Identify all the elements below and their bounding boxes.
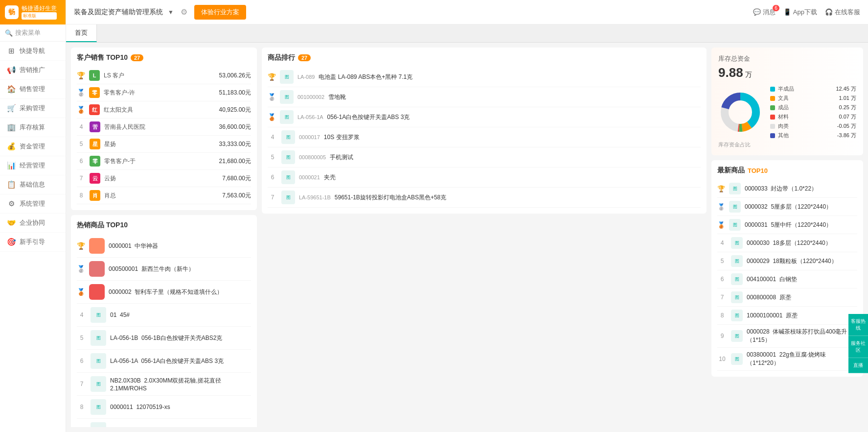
sidebar-item-inventory[interactable]: 🏢库存核算 [0,118,66,137]
main-area: 装备及固定资产辅助管理系统 ▼ ⚙ 体验行业方案 💬 消息 6 📱 App下载 … [66,0,868,432]
customer-rank-item: 🥈 零 零售客户-许 51,183.00元 [77,84,251,101]
search-menu[interactable]: 🔍 搜索菜单 [0,24,66,42]
new-product-item: 4 图 0000030 18多层（1220*2440） [717,234,857,252]
product-name: 雪地靴 [328,93,346,101]
new-product-item: 7 图 000800008 原垄 [717,288,857,307]
product-name: 10S 变扭罗浆 [324,133,360,142]
product-image [89,238,105,254]
product-image: 图 [91,399,106,415]
customer-name: 肖总 [104,192,218,200]
rank-number: 9 [77,427,87,427]
legend-dot [770,96,775,101]
rank-number: 4 [77,123,86,130]
product-name: 0000028 体碱茶枝味苏打饮品400毫升（1*15） [747,328,857,344]
service-label: 在线客服 [835,8,860,17]
product-name: LA-056-1B 056-1B白色按键开关壳ABS2克 [110,334,251,342]
service-btn[interactable]: 🎧 在线客服 [825,8,860,17]
dropdown-arrow[interactable]: ▼ [168,9,174,16]
message-btn[interactable]: 💬 消息 6 [753,8,776,17]
product-info: 0000017 10S 变扭罗浆 [299,133,701,142]
donut-area: 半成品 12.45 万 文具 1.01 万 成品 0.25 万 材料 0.07 … [718,85,856,139]
sidebar-item-system[interactable]: ⚙系统管理 [0,194,66,214]
trial-button[interactable]: 体验行业方案 [194,5,246,20]
legend-item: 文具 1.01 万 [770,95,856,102]
product-name: 0000001 中华神器 [109,242,251,250]
float-button[interactable]: 客服热线 [848,314,868,336]
new-product-item: 9 图 0000028 体碱茶枝味苏打饮品400毫升（1*15） [717,325,857,348]
trophy-icon: 🥉 [717,221,725,229]
inventory-card: 库存总资金 9.88 万 [711,48,863,155]
sidebar-item-purchase[interactable]: 🛒采购管理 [0,99,66,118]
new-product-title: 最新商品 TOP10 [717,166,857,175]
product-image: 图 [729,183,741,194]
rank-number: 6 [268,174,277,181]
sidebar-item-marketing[interactable]: 📢营销推广 [0,61,66,80]
message-badge: 6 [773,5,779,11]
legend-dot [770,87,775,92]
product-name: KK-SD22110H 花语萌侣温分腿睡袋（厚款） [110,426,251,428]
product-name: 0000030 18多层（1220*2440） [747,239,857,247]
inventory-label: 库存总资金 [718,54,856,63]
hot-product-item: 4 图 01 45# [77,304,251,327]
nav-label-purchase: 采购管理 [20,104,45,113]
rank-number: 4 [717,240,727,246]
nav-icon-sales: 🏠 [7,85,16,94]
app-icon: 📱 [783,8,791,16]
product-name: 电池盖 LA-089 ABS本色+黑种 7.1克 [319,73,412,81]
rank-number: 7 [268,194,277,201]
trophy-icon: 🥉 [268,113,276,121]
product-image: 图 [281,130,295,144]
sidebar-item-enterprise[interactable]: 🤝企业协同 [0,214,66,233]
tab-home[interactable]: 首页 [66,24,97,42]
legend-value: 12.45 万 [836,85,856,93]
nav-label-marketing: 营销推广 [20,66,45,74]
customer-amount: 21,680.00元 [219,157,251,166]
hot-product-item: 5 图 LA-056-1B 056-1B白色按键开关壳ABS2克 [77,327,251,350]
product-image: 图 [731,291,743,303]
legend-label: 半成品 [778,85,833,93]
product-name: 0000032 5厘多层（1220*2440） [745,203,857,211]
rank-number: 8 [717,312,727,319]
sidebar-item-quick-nav[interactable]: ⊞快捷导航 [0,42,66,61]
nav-label-inventory: 库存核算 [20,123,45,132]
product-info: 0000021 夹壳 [299,173,701,182]
product-image: 图 [731,330,743,342]
sidebar-item-sales[interactable]: 🏠销售管理 [0,80,66,99]
float-buttons: 客服热线服务社区直播 [848,314,868,373]
legend-label: 其他 [778,132,834,139]
rank-number: 5 [717,258,727,264]
float-button[interactable]: 服务社区 [848,336,868,358]
rank-number: 8 [77,192,86,199]
sidebar-item-finance[interactable]: 💰资金管理 [0,137,66,156]
product-ranking-text: 商品排行 [268,53,295,62]
product-name: 0000029 18颗粒板（1220*2440） [747,257,857,265]
product-code: 001000002 [297,94,324,100]
customer-amount: 53,006.26元 [219,72,251,80]
product-code: LA-59651-1B [299,194,331,200]
col-right: 库存总资金 9.88 万 [711,48,863,427]
logo-title: 畅捷通好生意 [22,5,57,13]
sidebar-item-guide[interactable]: 🎯新手引导 [0,233,66,252]
settings-icon[interactable]: ⚙ [179,5,189,19]
product-info: LA-056-1A 056-1A白色按键开关盖ABS 3克 [297,113,701,121]
float-button[interactable]: 直播 [848,358,868,373]
rank-number: 5 [77,335,87,341]
app-download-btn[interactable]: 📱 App下载 [783,8,817,17]
rank-number: 6 [77,358,87,364]
trophy-icon: 🏆 [268,73,276,81]
rank-number: 7 [77,381,87,387]
product-image: 图 [281,170,295,184]
new-product-item: 5 图 0000029 18颗粒板（1220*2440） [717,252,857,270]
sidebar-item-basic-info[interactable]: 📋基础信息 [0,175,66,194]
product-image: 图 [731,237,743,249]
customer-avatar: 零 [90,156,100,167]
product-name: 003800001 22g鱼豆腐·烧烤味（1*12*20） [747,351,857,367]
logo-badge: 标准版 [22,12,57,20]
nav-label-quick-nav: 快捷导航 [20,47,45,55]
customer-rank-item: 6 零 零售客户-于 21,680.00元 [77,153,251,170]
product-name: 000800008 原垄 [747,293,857,302]
legend-dot [770,115,775,120]
hot-product-item: 7 图 NB2.0X30B 2.0X30MM双搓花轴,搓花直径2.1MM/ROH… [77,373,251,396]
sidebar-item-operations[interactable]: 📊经营管理 [0,156,66,175]
rank-number: 5 [268,154,277,161]
